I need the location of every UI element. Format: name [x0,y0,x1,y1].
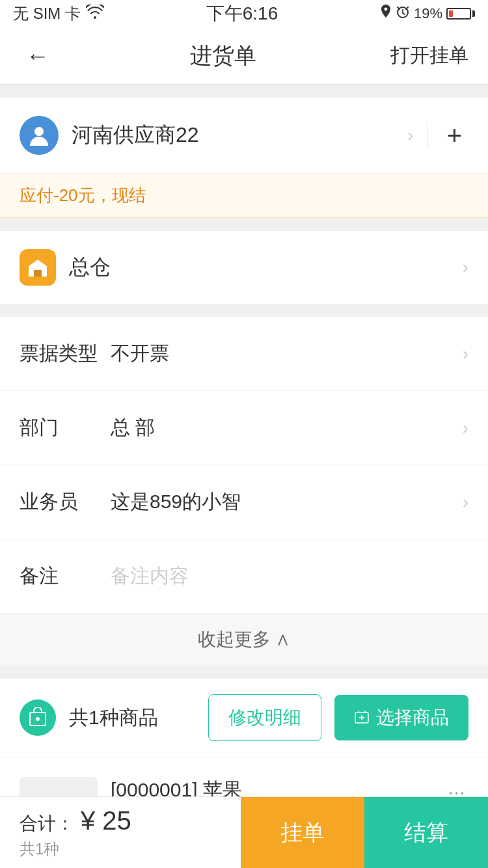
select-product-label: 选择商品 [376,705,449,730]
hang-button[interactable]: 挂单 [241,797,364,868]
department-chevron-icon: › [463,418,468,439]
supplier-avatar [20,116,59,155]
salesperson-row[interactable]: 业务员 这是859的小智 › [0,465,488,539]
gap-4 [0,666,488,679]
salesperson-label: 业务员 [20,489,111,515]
salesperson-value: 这是859的小智 [111,489,463,515]
remark-input[interactable]: 备注内容 [111,563,468,590]
warehouse-icon [20,249,56,286]
salesperson-chevron-icon: › [463,492,468,513]
invoice-type-row[interactable]: 票据类型 不开票 › [0,317,488,391]
status-time: 下午6:16 [206,1,278,26]
form-section: 票据类型 不开票 › 部门 总 部 › 业务员 这是859的小智 › 备注 备注… [0,317,488,614]
total-line: 合计： ¥ 25 [20,806,221,836]
location-icon [380,5,392,23]
supplier-name: 河南供应商22 [72,121,407,150]
add-supplier-button[interactable]: + [441,118,468,154]
page-title: 进货单 [190,41,256,71]
invoice-type-value: 不开票 [111,340,463,367]
invoice-type-chevron-icon: › [463,344,468,364]
remark-label: 备注 [20,563,111,590]
collapse-text: 收起更多 ∧ [198,627,291,652]
back-button[interactable]: ← [20,36,56,76]
gap-3 [0,304,488,317]
supplier-section: 河南供应商22 › + 应付-20元，现结 [0,98,488,218]
status-bar: 无 SIM 卡 下午6:16 19% [0,0,488,27]
remark-row[interactable]: 备注 备注内容 [0,539,488,614]
total-label: 合计： [20,811,74,836]
department-value: 总 部 [111,414,463,441]
supplier-divider [427,122,427,148]
department-label: 部门 [20,414,111,441]
notice-bar: 应付-20元，现结 [0,174,488,218]
supplier-row[interactable]: 河南供应商22 › + [0,98,488,174]
wifi-icon [86,5,104,23]
warehouse-row[interactable]: 总仓 › [0,231,488,304]
battery-percent: 19% [414,5,442,22]
collapse-bar[interactable]: 收起更多 ∧ [0,614,488,666]
nav-bar: ← 进货单 打开挂单 [0,27,488,85]
status-left: 无 SIM 卡 [13,3,104,24]
battery-icon [446,8,475,20]
warehouse-chevron-icon: › [463,257,468,278]
status-right: 19% [380,5,475,23]
open-hang-button[interactable]: 打开挂单 [390,42,468,69]
product-count: 共1种商品 [69,705,195,731]
svg-rect-3 [34,270,42,277]
total-amount: ¥ 25 [81,806,131,835]
product-header: 共1种商品 修改明细 选择商品 [0,679,488,757]
total-sub: 共1种 [20,839,221,860]
checkout-button[interactable]: 结算 [364,797,488,868]
total-section: 合计： ¥ 25 共1种 [0,797,241,868]
invoice-type-label: 票据类型 [20,340,111,367]
warehouse-name: 总仓 [69,253,463,282]
supplier-chevron-icon: › [407,125,413,146]
sim-status: 无 SIM 卡 [13,3,81,24]
select-product-button[interactable]: 选择商品 [334,695,468,740]
warehouse-section: 总仓 › [0,231,488,304]
svg-point-1 [34,127,44,136]
department-row[interactable]: 部门 总 部 › [0,391,488,465]
gap-2 [0,218,488,231]
product-icon [20,699,56,736]
svg-point-5 [36,717,40,721]
notice-text: 应付-20元，现结 [20,185,146,205]
edit-detail-button[interactable]: 修改明细 [208,694,321,741]
bottom-bar: 合计： ¥ 25 共1种 挂单 结算 [0,796,488,868]
alarm-icon [396,5,410,23]
gap-1 [0,85,488,98]
